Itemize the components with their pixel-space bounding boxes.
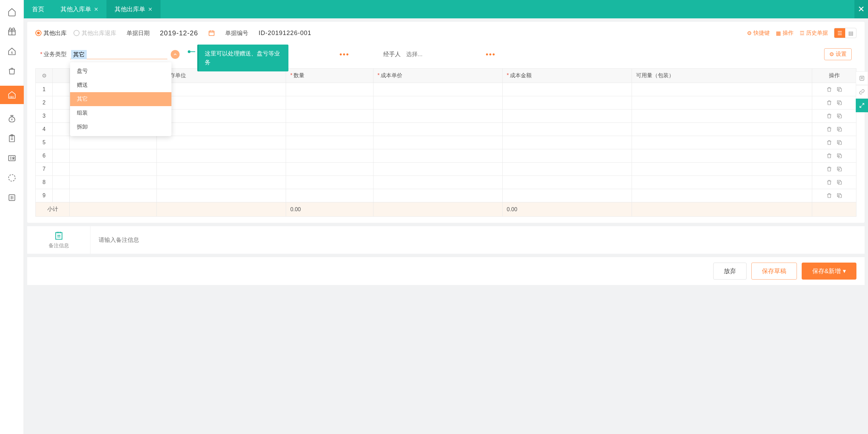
radio-其他出库退库[interactable]: 其他出库退库 [73, 29, 116, 37]
gear-icon: ⚙ [747, 30, 752, 36]
table-row: 6 [36, 149, 856, 163]
operate-button[interactable]: ▦操作 [776, 30, 794, 37]
table-row: 7 [36, 163, 856, 176]
svg-rect-21 [860, 76, 864, 80]
gear-icon[interactable]: ⚙ [42, 73, 47, 79]
col-header: *数量 [286, 69, 373, 83]
remarks-label-text: 备注信息 [49, 243, 69, 249]
gift-icon[interactable] [7, 27, 17, 37]
view-list-icon[interactable]: ☰ [834, 28, 845, 38]
col-header: 操作 [812, 69, 856, 83]
copy-icon[interactable] [836, 193, 842, 199]
discard-button[interactable]: 放弃 [713, 263, 747, 280]
grid-icon: ▦ [776, 30, 781, 36]
radio-dot-icon [35, 30, 41, 36]
biz-type-dropdown: 盘亏赠送其它组装拆卸 [70, 62, 171, 136]
more-dots-2[interactable]: ••• [486, 50, 496, 59]
new-icon[interactable]: 新 [7, 193, 17, 203]
dock-link-icon[interactable] [856, 85, 868, 99]
svg-rect-20 [55, 233, 62, 239]
biz-type-label: *业务类型 [40, 50, 67, 58]
radio-dot-icon [73, 30, 80, 36]
svg-text:新: 新 [10, 196, 14, 200]
tab-其他入库单[interactable]: 其他入库单✕ [52, 0, 106, 18]
svg-point-6 [13, 157, 14, 158]
more-dots-1[interactable]: ••• [339, 50, 349, 59]
subtotal-row: 小计0.000.00 [36, 202, 856, 217]
save-draft-button[interactable]: 保存草稿 [751, 263, 797, 280]
warehouse-icon[interactable] [0, 86, 24, 104]
remarks-section: 备注信息 [27, 226, 865, 254]
doc-type-radio-group: 其他出库其他出库退库 [35, 29, 116, 37]
table-row: 5 [36, 136, 856, 149]
bag-icon[interactable] [7, 66, 17, 76]
close-icon[interactable]: ✕ [94, 6, 98, 13]
chevron-up-icon[interactable] [171, 50, 180, 59]
calendar-icon[interactable] [208, 30, 215, 36]
copy-icon[interactable] [836, 86, 842, 93]
col-header: ⚙ [36, 69, 53, 83]
radio-其他出库[interactable]: 其他出库 [35, 29, 67, 37]
table-row: 9 [36, 189, 856, 202]
loading-icon[interactable] [7, 173, 17, 183]
shortcut-button[interactable]: ⚙快捷键 [747, 30, 770, 37]
tab-其他出库单[interactable]: 其他出库单✕ [106, 0, 161, 18]
dropdown-item-盘亏[interactable]: 盘亏 [70, 64, 171, 78]
table-row: 8 [36, 176, 856, 189]
money-home-icon[interactable]: $ [7, 46, 17, 56]
col-header: *成本单价 [373, 69, 502, 83]
sidebar: $ ¥ 新 [0, 0, 24, 434]
clipboard-icon[interactable] [7, 133, 17, 144]
handler-select[interactable] [404, 50, 472, 59]
delete-icon[interactable] [826, 100, 832, 106]
dock-notes-icon[interactable] [856, 71, 868, 85]
save-new-button[interactable]: 保存&新增▾ [802, 263, 856, 280]
doc-no-value: ID-20191226-001 [258, 30, 311, 37]
dropdown-item-赠送[interactable]: 赠送 [70, 78, 171, 92]
copy-icon[interactable] [836, 139, 842, 146]
delete-icon[interactable] [826, 139, 832, 146]
help-tooltip: 这里可以处理赠送、盘亏等业务 [197, 45, 288, 71]
delete-icon[interactable] [826, 179, 832, 185]
settings-button[interactable]: ⚙设置 [824, 48, 852, 60]
doc-no-label: 单据编号 [225, 29, 248, 37]
delete-icon[interactable] [826, 153, 832, 159]
delete-icon[interactable] [826, 126, 832, 132]
delete-icon[interactable] [826, 113, 832, 119]
chevron-down-icon: ▾ [843, 267, 846, 275]
copy-icon[interactable] [836, 179, 842, 185]
tabbar-close-icon[interactable]: ✕ [854, 0, 868, 18]
close-icon[interactable]: ✕ [148, 6, 152, 13]
doc-icon: ☲ [800, 30, 804, 36]
tab-首页[interactable]: 首页 [24, 0, 52, 18]
copy-icon[interactable] [836, 126, 842, 132]
money-bag-icon[interactable]: ¥ [7, 114, 17, 124]
col-header: *成本金额 [502, 69, 632, 83]
dock-expand-icon[interactable] [856, 99, 868, 112]
col-header: 可用量（包装） [632, 69, 812, 83]
view-grid-icon[interactable]: ▤ [845, 28, 856, 38]
delete-icon[interactable] [826, 86, 832, 93]
delete-icon[interactable] [826, 193, 832, 199]
handler-label: 经手人 [383, 50, 401, 58]
doc-date-value: 2019-12-26 [160, 29, 198, 37]
history-button[interactable]: ☲历史单据 [800, 30, 828, 37]
svg-point-7 [9, 174, 15, 181]
svg-text:¥: ¥ [11, 118, 13, 121]
gear-icon: ⚙ [829, 51, 834, 57]
home-icon[interactable] [7, 7, 17, 17]
copy-icon[interactable] [836, 166, 842, 172]
remarks-input[interactable] [90, 226, 865, 254]
dropdown-item-拆卸[interactable]: 拆卸 [70, 120, 171, 134]
svg-rect-10 [209, 31, 214, 35]
dropdown-item-组装[interactable]: 组装 [70, 106, 171, 120]
view-toggle: ☰ ▤ [834, 28, 856, 38]
biz-type-select[interactable] [70, 49, 167, 59]
copy-icon[interactable] [836, 100, 842, 106]
svg-text:$: $ [11, 51, 13, 54]
copy-icon[interactable] [836, 113, 842, 119]
dropdown-item-其它[interactable]: 其它 [70, 92, 171, 106]
copy-icon[interactable] [836, 153, 842, 159]
delete-icon[interactable] [826, 166, 832, 172]
id-card-icon[interactable] [7, 153, 17, 163]
